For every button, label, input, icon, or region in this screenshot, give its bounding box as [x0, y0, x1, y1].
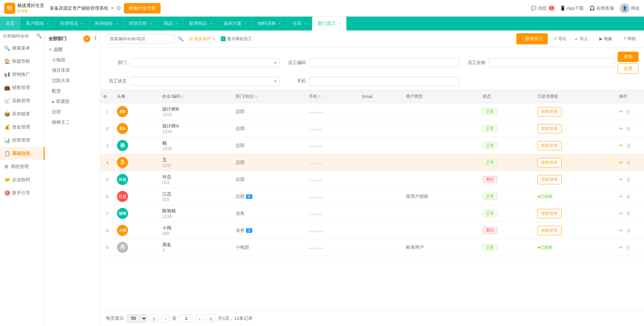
delete-button[interactable]: 🗑	[626, 177, 631, 182]
delete-button[interactable]: 🗑	[626, 109, 631, 114]
edit-button[interactable]: ✏	[619, 126, 623, 131]
dept-item-hq[interactable]: 总部	[45, 107, 100, 117]
auth-login-button[interactable]: 授权登录	[537, 107, 562, 116]
row-auth[interactable]: 授权登录	[535, 137, 616, 154]
dept-item-shenyang[interactable]: 沈阳大库	[45, 76, 100, 86]
delete-button[interactable]: 🗑	[626, 211, 631, 216]
next-page-button[interactable]: ›	[196, 315, 203, 323]
search-button[interactable]: 🔍	[178, 36, 184, 42]
edit-button[interactable]: ✏	[619, 228, 623, 233]
nav-tab-operation[interactable]: 经营情况×	[55, 17, 89, 30]
auth-login-button[interactable]: 授权登录	[537, 158, 562, 167]
search-input[interactable]	[106, 34, 175, 43]
sidebar-item-inventory[interactable]: 📦 库存核算	[0, 107, 45, 121]
set-button[interactable]: 设置	[618, 63, 638, 74]
delete-button[interactable]: 🗑	[626, 194, 631, 199]
row-auth[interactable]: 授权登录	[535, 205, 616, 222]
delete-button[interactable]: 🗑	[626, 143, 631, 148]
edit-button[interactable]: ✏	[619, 245, 623, 250]
auth-login-button[interactable]: 授权登录	[537, 141, 562, 150]
show-resigned-toggle[interactable]: ✓ 显示离职员工	[221, 36, 252, 42]
row-auth[interactable]: 授权登录	[535, 171, 616, 188]
auth-login-button[interactable]: 授权登录	[537, 124, 562, 133]
close-icon[interactable]: ×	[338, 21, 341, 26]
dept-item-general[interactable]: ▼总部	[45, 44, 100, 55]
sidebar-item-purchase[interactable]: 🛒 采购管理	[0, 94, 45, 107]
auth-login-button[interactable]: 授权登录	[537, 209, 562, 218]
col-phone[interactable]: 手机⇅	[306, 90, 359, 103]
message-button[interactable]: 💬 消息 6	[531, 5, 554, 11]
auth-login-button[interactable]: 授权登录	[537, 175, 562, 184]
sidebar-item-business[interactable]: 📊 经营管理	[0, 134, 45, 147]
row-auth[interactable]: 授权登录	[535, 154, 616, 171]
delete-button[interactable]: 🗑	[626, 245, 631, 250]
emp-name-input[interactable]	[488, 58, 615, 67]
sidebar-item-search[interactable]: 🔍 搜索菜单	[0, 42, 45, 55]
nav-tab-new-goods[interactable]: 新增商品×	[183, 17, 218, 30]
nav-tab-bom[interactable]: 物料清单×	[252, 17, 287, 30]
help-button[interactable]: ? 帮助	[621, 35, 638, 43]
edit-button[interactable]: ✏	[619, 143, 623, 148]
close-icon[interactable]: ×	[47, 21, 49, 26]
close-icon[interactable]: ×	[279, 21, 281, 26]
delete-button[interactable]: 🗑	[626, 228, 631, 233]
user-avatar[interactable]: 👤 用友	[620, 3, 640, 13]
nav-tab-history[interactable]: 经营历程×	[124, 17, 158, 30]
edit-button[interactable]: ✏	[619, 109, 623, 114]
video-button[interactable]: ▶ 视频	[597, 35, 615, 43]
dept-item-project[interactable]: 项目库房	[45, 65, 100, 76]
nav-tab-profit[interactable]: 利润报告×	[89, 17, 124, 30]
more-filter-button[interactable]: ⊟ 更多条件 ∧	[187, 35, 218, 43]
sidebar-item-system[interactable]: ⚙ 系统管理	[0, 160, 45, 173]
close-icon[interactable]: ×	[304, 21, 306, 26]
edit-button[interactable]: ✏	[619, 211, 623, 216]
nav-tab-warehouse[interactable]: 仓库×	[287, 17, 312, 30]
close-icon[interactable]: ×	[150, 21, 152, 26]
first-page-button[interactable]: |‹	[150, 315, 159, 323]
delete-button[interactable]: 🗑	[626, 160, 631, 165]
trial-button[interactable]: 体验行业方案	[124, 3, 161, 14]
sidebar-item-sales[interactable]: 💼 销售管理	[0, 81, 45, 94]
sidebar-item-finance[interactable]: 💰 资金管理	[0, 121, 45, 134]
online-service-button[interactable]: 🎧 在线客服	[589, 5, 614, 11]
last-page-button[interactable]: ›|	[206, 315, 215, 323]
prev-page-button[interactable]: ‹	[162, 315, 169, 323]
settings-icon[interactable]: ⚙	[116, 5, 121, 11]
sidebar-item-collab[interactable]: 🤝 企业协同	[0, 173, 45, 186]
edit-button[interactable]: ✏	[619, 160, 623, 165]
page-number-input[interactable]	[179, 315, 193, 322]
col-dept[interactable]: 部门/职位⇅	[233, 90, 306, 103]
dept-item-small-elec[interactable]: 小电部	[45, 55, 100, 65]
sidebar-item-nav[interactable]: 🏠 快捷导航	[0, 55, 45, 68]
import-button[interactable]: ↙ 导入	[572, 35, 591, 43]
edit-button[interactable]: ✏	[619, 194, 623, 199]
add-employee-button[interactable]: + 新增员工	[516, 33, 548, 44]
row-auth[interactable]: 授权登录	[535, 222, 616, 239]
dept-item-planting[interactable]: 植树王二	[45, 117, 100, 127]
export-button[interactable]: ↗ 导出	[551, 35, 569, 43]
sidebar-item-marketing[interactable]: 📢 营销推广	[0, 68, 45, 81]
col-settings[interactable]: ⚙	[100, 90, 114, 103]
nav-tab-goods[interactable]: 商品×	[158, 17, 183, 30]
dept-add-icon[interactable]: +	[83, 35, 90, 42]
auth-login-button[interactable]: 授权登录	[537, 226, 562, 235]
sidebar-item-guide[interactable]: 🎯 新手引导	[0, 186, 45, 200]
dept-item-shuanglu[interactable]: ▶双鹿想	[45, 96, 100, 107]
delete-button[interactable]: 🗑	[626, 126, 631, 131]
sidebar-item-basic[interactable]: 📋 基础信息	[0, 147, 45, 160]
close-icon[interactable]: ×	[210, 21, 212, 26]
col-name[interactable]: 姓名/编码⇅	[160, 90, 233, 103]
row-auth[interactable]: 授权登录	[535, 103, 616, 120]
close-icon[interactable]: ×	[116, 21, 118, 26]
phone-input[interactable]	[309, 77, 459, 86]
emp-code-input[interactable]	[309, 58, 459, 67]
edit-button[interactable]: ✏	[619, 177, 623, 182]
query-button[interactable]: 查询	[618, 52, 638, 62]
status-select[interactable]	[129, 77, 280, 86]
close-icon[interactable]: ×	[175, 21, 178, 26]
close-icon[interactable]: ×	[244, 21, 246, 26]
app-download-button[interactable]: 📱 App下载	[560, 5, 584, 11]
nav-tab-barcode[interactable]: 条码方案×	[218, 17, 252, 30]
page-size-select[interactable]: 50 100	[127, 314, 147, 323]
nav-tab-customer[interactable]: 客户联络×	[20, 17, 55, 30]
